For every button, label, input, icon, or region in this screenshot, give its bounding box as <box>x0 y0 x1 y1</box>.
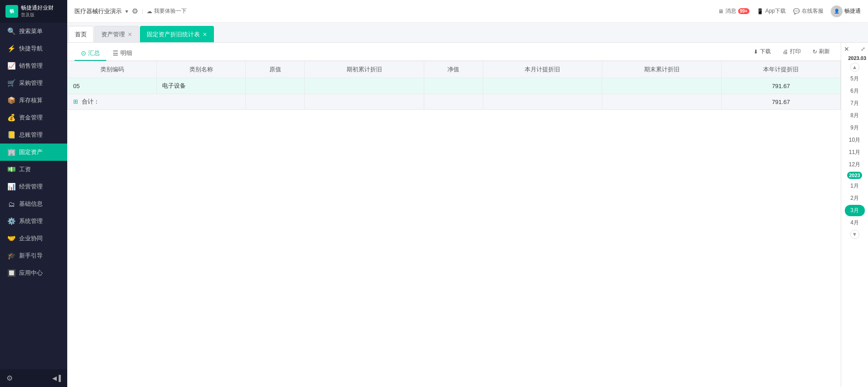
main-panel: ⊙ 汇总 ☰ 明细 ⬇ 下载 🖨 打印 <box>67 43 841 387</box>
online-service-action[interactable]: 💬 在线客服 <box>793 7 823 15</box>
tab-asset-close[interactable]: ✕ <box>128 31 132 38</box>
month-item-3-active[interactable]: 3月 <box>845 205 865 216</box>
total-net <box>424 94 483 110</box>
sidebar-item-search-label: 搜索菜单 <box>19 27 43 35</box>
right-panel: ✕ ⤢ 2023.03 ▲ 5月 6月 7月 8月 9月 10月 11月 12月… <box>841 43 868 387</box>
col-code: 类别编码 <box>68 61 157 78</box>
table-wrap: 类别编码 类别名称 原值 期初累计折旧 净值 本月计提折旧 期末累计折旧 本年计… <box>67 61 841 387</box>
total-monthly <box>483 94 602 110</box>
year-2023-tag: 2023 <box>847 172 862 179</box>
month-scroll-down-button[interactable]: ▼ <box>850 230 859 239</box>
app-subtitle: 普及版 <box>21 12 54 18</box>
sidebar: 畅 畅捷通好业财 普及版 🔍 搜索菜单 ⚡ 快捷导航 📈 销售管理 🛒 采购管理… <box>0 0 67 387</box>
sidebar-item-quicknav[interactable]: ⚡ 快捷导航 <box>0 40 67 57</box>
experience-label: 我要体验一下 <box>154 7 187 15</box>
sidebar-item-sales-label: 销售管理 <box>19 62 43 70</box>
month-item-4[interactable]: 4月 <box>845 217 865 228</box>
sidebar-item-sales[interactable]: 📈 销售管理 <box>0 57 67 74</box>
right-panel-header: ✕ ⤢ <box>841 44 868 55</box>
sidebar-item-sys[interactable]: ⚙️ 系统管理 <box>0 213 67 230</box>
sidebar-item-coop[interactable]: 🤝 企业协同 <box>0 230 67 247</box>
sidebar-item-ledger[interactable]: 📒 总账管理 <box>0 126 67 144</box>
col-annual: 本年计提折旧 <box>721 61 840 78</box>
row-original <box>246 78 305 94</box>
print-icon: 🖨 <box>783 49 788 55</box>
sidebar-item-coop-label: 企业协同 <box>19 234 43 243</box>
sidebar-item-inventory[interactable]: 📦 库存核算 <box>0 92 67 109</box>
month-scroll-up-button[interactable]: ▲ <box>850 63 859 72</box>
tab-depreciation[interactable]: 固定资产折旧统计表 ✕ <box>140 26 214 42</box>
detail-icon: ☰ <box>113 50 119 57</box>
right-panel-expand-icon[interactable]: ⤢ <box>861 46 865 52</box>
topbar: 医疗器械行业演示 ▾ ⚙ | ☁ 我要体验一下 🖥 消息 99+ 📱 App下载… <box>67 0 868 23</box>
online-service-label: 在线客服 <box>802 7 823 15</box>
right-panel-close-icon[interactable]: ✕ <box>844 45 849 53</box>
sidebar-item-payroll[interactable]: 💵 工资 <box>0 161 67 178</box>
user-avatar-action[interactable]: 👤 畅捷通 <box>831 5 861 17</box>
online-service-icon: 💬 <box>793 8 800 15</box>
ops-icon: 📊 <box>7 183 15 191</box>
sidebar-item-guide[interactable]: 🎓 新手引导 <box>0 247 67 264</box>
sidebar-item-ledger-label: 总账管理 <box>19 131 43 139</box>
month-item-1[interactable]: 1月 <box>845 180 865 192</box>
coop-icon: 🤝 <box>7 234 15 243</box>
sidebar-item-payroll-label: 工资 <box>19 165 31 174</box>
month-item-10[interactable]: 10月 <box>845 134 865 146</box>
row-net <box>424 78 483 94</box>
print-button[interactable]: 🖨 打印 <box>779 46 804 57</box>
payroll-icon: 💵 <box>7 165 15 174</box>
refresh-button[interactable]: ↻ 刷新 <box>809 46 833 57</box>
month-item-6[interactable]: 6月 <box>845 85 865 97</box>
sidebar-item-finance[interactable]: 💰 资金管理 <box>0 109 67 126</box>
total-icon: ⊞ <box>73 98 78 105</box>
print-label: 打印 <box>790 48 801 55</box>
table-row[interactable]: 05 电子设备 791.67 <box>68 78 841 94</box>
search-icon: 🔍 <box>7 27 15 35</box>
tab-depreciation-close[interactable]: ✕ <box>203 31 207 38</box>
sidebar-item-fixed[interactable]: 🏢 固定资产 <box>0 144 67 161</box>
sidebar-item-ops-label: 经营管理 <box>19 183 43 191</box>
sales-icon: 📈 <box>7 62 15 70</box>
col-name: 类别名称 <box>157 61 246 78</box>
company-dropdown-icon[interactable]: ▾ <box>125 8 128 15</box>
app-logo: 畅 <box>5 5 18 18</box>
month-item-2[interactable]: 2月 <box>845 193 865 204</box>
month-item-5[interactable]: 5月 <box>845 73 865 84</box>
tab-home[interactable]: 首页 <box>68 26 94 42</box>
row-monthly <box>483 78 602 94</box>
download-button[interactable]: ⬇ 下载 <box>750 46 774 57</box>
sidebar-item-guide-label: 新手引导 <box>19 252 43 260</box>
subtab-detail[interactable]: ☰ 明细 <box>106 46 139 61</box>
month-item-7[interactable]: 7月 <box>845 98 865 109</box>
tab-asset-mgmt[interactable]: 资产管理 ✕ <box>94 26 139 42</box>
app-download-action[interactable]: 📱 App下载 <box>757 7 786 15</box>
sidebar-item-apps[interactable]: 🔲 应用中心 <box>0 264 67 282</box>
month-item-12[interactable]: 12月 <box>845 159 865 170</box>
total-original <box>246 94 305 110</box>
refresh-icon: ↻ <box>813 49 817 55</box>
month-item-11[interactable]: 11月 <box>845 147 865 158</box>
month-item-8[interactable]: 8月 <box>845 110 865 121</box>
col-net: 净值 <box>424 61 483 78</box>
subtab-summary-label: 汇总 <box>88 49 100 57</box>
message-action[interactable]: 🖥 消息 99+ <box>718 7 749 15</box>
sidebar-item-ops[interactable]: 📊 经营管理 <box>0 178 67 195</box>
row-ending <box>602 78 721 94</box>
app-download-icon: 📱 <box>757 8 764 15</box>
month-item-9[interactable]: 9月 <box>845 122 865 134</box>
basic-icon: 🗂 <box>7 200 15 208</box>
topbar-settings-icon[interactable]: ⚙ <box>132 7 138 15</box>
sidebar-item-basic[interactable]: 🗂 基础信息 <box>0 195 67 213</box>
download-label: 下载 <box>760 48 771 55</box>
collapse-icon[interactable]: ◀▐ <box>52 375 61 382</box>
settings-footer-icon[interactable]: ⚙ <box>6 374 13 382</box>
sidebar-item-purchase-label: 采购管理 <box>19 79 43 87</box>
download-icon: ⬇ <box>754 49 758 55</box>
subtab-summary[interactable]: ⊙ 汇总 <box>74 46 106 61</box>
refresh-label: 刷新 <box>819 48 830 55</box>
sidebar-item-fixed-label: 固定资产 <box>19 148 43 156</box>
sidebar-item-purchase[interactable]: 🛒 采购管理 <box>0 74 67 92</box>
sidebar-item-search[interactable]: 🔍 搜索菜单 <box>0 23 67 40</box>
total-annual: 791.67 <box>721 94 840 110</box>
experience-button[interactable]: ☁ 我要体验一下 <box>147 7 187 15</box>
